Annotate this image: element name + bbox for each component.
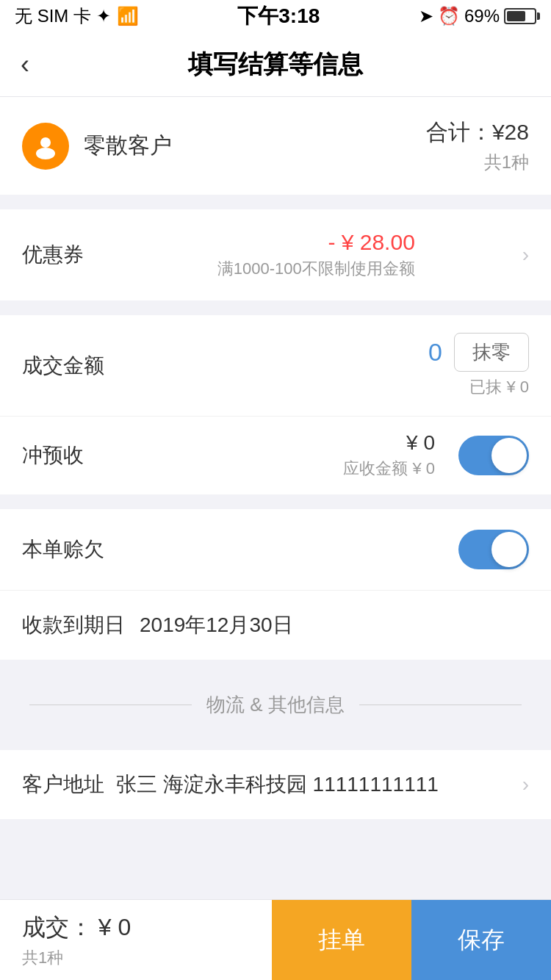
credit-toggle-knob bbox=[491, 532, 527, 567]
transaction-row: 成交金额 0 抹零 已抹 ¥ 0 bbox=[0, 315, 551, 417]
main-content: 零散客户 合计：¥28 共1种 优惠券 - ¥ 28.00 满1000-100不… bbox=[0, 97, 551, 980]
coupon-chevron-icon: › bbox=[522, 243, 529, 267]
transaction-sub: 已抹 ¥ 0 bbox=[428, 376, 529, 398]
total-count: 共1种 bbox=[426, 151, 529, 174]
credit-toggle[interactable] bbox=[458, 530, 529, 569]
credit-row: 本单赊欠 bbox=[0, 509, 551, 590]
coupon-section: 优惠券 - ¥ 28.00 满1000-100不限制使用金额 › bbox=[0, 209, 551, 300]
prepay-sub-value: 应收金额 ¥ 0 bbox=[343, 458, 435, 480]
toggle-knob bbox=[491, 438, 527, 473]
round-button[interactable]: 抹零 bbox=[454, 333, 529, 372]
section-divider: 物流 & 其他信息 bbox=[0, 674, 551, 735]
divider-section: 物流 & 其他信息 bbox=[0, 674, 551, 735]
credit-label: 本单赊欠 bbox=[22, 536, 104, 563]
address-value: 张三 海淀永丰科技园 11111111111 bbox=[116, 771, 511, 799]
address-label: 客户地址 bbox=[22, 771, 104, 799]
nav-bar: ‹ 填写结算等信息 bbox=[0, 32, 551, 97]
summary-label: 成交： bbox=[22, 914, 93, 940]
page-title: 填写结算等信息 bbox=[188, 48, 363, 82]
hang-button[interactable]: 挂单 bbox=[272, 900, 411, 981]
svg-point-1 bbox=[36, 148, 55, 159]
summary-value: ¥ 0 bbox=[98, 914, 131, 940]
divider-line-right bbox=[359, 705, 522, 705]
customer-row: 零散客户 合计：¥28 共1种 bbox=[0, 97, 551, 195]
due-date-row: 收款到期日 2019年12月30日 bbox=[0, 590, 551, 660]
due-date-value[interactable]: 2019年12月30日 bbox=[140, 611, 293, 639]
credit-section: 本单赊欠 收款到期日 2019年12月30日 bbox=[0, 509, 551, 660]
prepay-right: ¥ 0 应收金额 ¥ 0 bbox=[343, 431, 529, 480]
customer-name: 零散客户 bbox=[84, 131, 172, 161]
battery-fill bbox=[507, 11, 525, 21]
status-time: 下午3:18 bbox=[237, 2, 320, 30]
svg-point-0 bbox=[40, 137, 51, 148]
bottom-summary-count: 共1种 bbox=[22, 947, 250, 969]
transaction-right: 0 抹零 已抹 ¥ 0 bbox=[428, 333, 529, 398]
coupon-right: - ¥ 28.00 满1000-100不限制使用金额 bbox=[217, 230, 415, 280]
transaction-label: 成交金额 bbox=[22, 352, 110, 380]
transaction-value[interactable]: 0 bbox=[428, 338, 442, 367]
address-chevron-icon: › bbox=[522, 773, 529, 796]
payment-section: 成交金额 0 抹零 已抹 ¥ 0 冲预收 ¥ 0 应收金额 ¥ 0 bbox=[0, 315, 551, 494]
save-button[interactable]: 保存 bbox=[411, 900, 551, 981]
coupon-amount: - ¥ 28.00 bbox=[217, 230, 415, 255]
status-right: ➤ ⏰ 69% bbox=[419, 6, 536, 26]
address-row[interactable]: 客户地址 张三 海淀永丰科技园 11111111111 › bbox=[0, 750, 551, 819]
total-amount: 合计：¥28 bbox=[426, 118, 529, 148]
battery-icon bbox=[504, 8, 536, 24]
status-left: 无 SIM 卡 ✦ 📶 bbox=[15, 4, 139, 28]
back-button[interactable]: ‹ bbox=[21, 49, 29, 80]
status-bar: 无 SIM 卡 ✦ 📶 下午3:18 ➤ ⏰ 69% bbox=[0, 0, 551, 32]
due-date-label: 收款到期日 bbox=[22, 611, 125, 639]
coupon-row[interactable]: 优惠券 - ¥ 28.00 满1000-100不限制使用金额 › bbox=[0, 209, 551, 300]
bottom-bar: 成交： ¥ 0 共1种 挂单 保存 bbox=[0, 899, 551, 980]
battery-percent: 69% bbox=[464, 6, 500, 26]
bottom-summary-main: 成交： ¥ 0 bbox=[22, 912, 250, 944]
sim-label: 无 SIM 卡 ✦ bbox=[15, 4, 111, 28]
avatar bbox=[22, 123, 69, 170]
coupon-description: 满1000-100不限制使用金额 bbox=[217, 258, 415, 280]
divider-label: 物流 & 其他信息 bbox=[206, 692, 345, 718]
customer-summary: 合计：¥28 共1种 bbox=[426, 118, 529, 174]
prepay-label: 冲预收 bbox=[22, 442, 110, 469]
prepay-values: ¥ 0 应收金额 ¥ 0 bbox=[343, 431, 435, 480]
amount-input-area: 0 抹零 bbox=[428, 333, 529, 372]
customer-left: 零散客户 bbox=[22, 123, 172, 170]
prepay-main-value: ¥ 0 bbox=[343, 431, 435, 455]
prepay-toggle[interactable] bbox=[458, 436, 529, 475]
divider-line-left bbox=[29, 705, 192, 705]
coupon-label: 优惠券 bbox=[22, 241, 110, 269]
bottom-summary: 成交： ¥ 0 共1种 bbox=[0, 912, 272, 969]
location-icon: ➤ bbox=[419, 6, 433, 26]
prepay-row: 冲预收 ¥ 0 应收金额 ¥ 0 bbox=[0, 417, 551, 494]
alarm-icon: ⏰ bbox=[438, 6, 460, 26]
wifi-icon: 📶 bbox=[117, 6, 139, 26]
